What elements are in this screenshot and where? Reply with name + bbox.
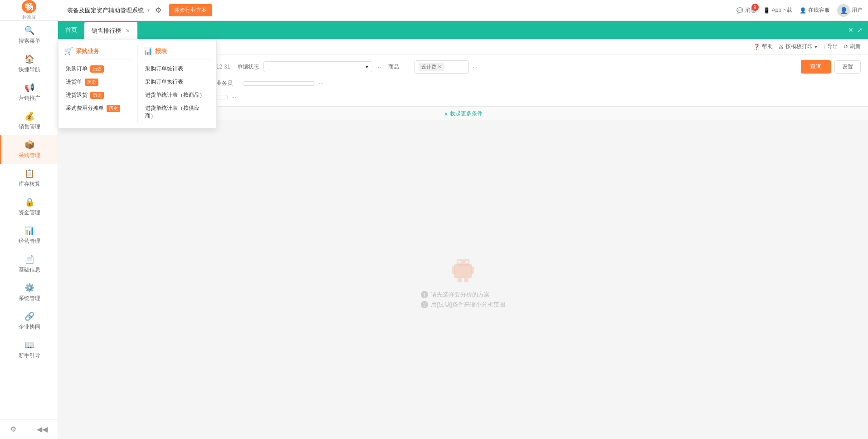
tab-home[interactable]: 首页 bbox=[58, 21, 84, 39]
dropdown-item-goods-return[interactable]: 进货退货 历史 bbox=[64, 89, 132, 102]
goods-more-icon[interactable]: ··· bbox=[473, 64, 478, 70]
tab-sales-rank-close-icon[interactable]: ✕ bbox=[126, 28, 130, 34]
sidebar-label-system: 系统管理 bbox=[19, 295, 40, 302]
goods-tag-close-icon[interactable]: ✕ bbox=[438, 64, 442, 70]
dropdown-columns: 🛒 采购业务 采购订单 历史 进货单 历史 进货退货 历史 采购费用分摊单 历史 bbox=[59, 45, 216, 123]
purchase-col-title-text: 采购业务 bbox=[76, 47, 99, 55]
system-icon: ⚙️ bbox=[24, 283, 34, 293]
top-bar: 装备及固定资产辅助管理系统 ▾ ⚙ 体验行业方案 💬 消息 9 📱 App下载 … bbox=[58, 0, 868, 21]
print-arrow-icon[interactable]: ▾ bbox=[814, 44, 817, 50]
tab-close-all-icon[interactable]: ✕ bbox=[848, 26, 853, 34]
sidebar-nav: 🔍 搜索菜单 🏠 快捷导航 📢 营销推广 💰 销售管理 📦 采购管理 📋 库存核… bbox=[0, 21, 58, 419]
print-icon: 🖨 bbox=[778, 44, 784, 50]
query-button[interactable]: 查询 bbox=[801, 60, 831, 74]
sidebar-item-finance[interactable]: 🔒 资金管理 bbox=[0, 192, 58, 221]
sidebar-label-enterprise: 企业协同 bbox=[19, 323, 40, 331]
message-icon-item[interactable]: 💬 消息 9 bbox=[736, 6, 756, 14]
sidebar-item-operation[interactable]: 📊 经营管理 bbox=[0, 221, 58, 250]
export-item[interactable]: ↑ 导出 bbox=[823, 43, 838, 50]
dropdown-item-purchase-order-exec[interactable]: 采购订单执行表 bbox=[143, 75, 211, 89]
purchase-col-icon: 🛒 bbox=[64, 47, 73, 55]
sidebar-item-search[interactable]: 🔍 搜索菜单 bbox=[0, 21, 58, 49]
purchase-order-history-badge: 历史 bbox=[90, 65, 104, 73]
svg-rect-4 bbox=[452, 266, 455, 274]
tab-maximize-icon[interactable]: ⤢ bbox=[857, 26, 863, 34]
system-title-arrow-icon[interactable]: ▾ bbox=[147, 8, 150, 13]
dropdown-item-goods-receipt[interactable]: 进货单 历史 bbox=[64, 75, 132, 89]
sidebar-bottom: ⚙ ◀◀ bbox=[0, 419, 58, 439]
dropdown-item-purchase-order[interactable]: 采购订单 历史 bbox=[64, 62, 132, 75]
dropdown-item-goods-stat-supplier[interactable]: 进货单统计表（按供应商） bbox=[143, 102, 211, 123]
sales-icon: 💰 bbox=[24, 111, 34, 121]
print-label: 按模板打印 bbox=[785, 43, 813, 50]
refresh-label: 刷新 bbox=[850, 43, 861, 50]
dropdown-item-goods-stat-goods[interactable]: 进货单统计表（按商品） bbox=[143, 89, 211, 102]
service-icon: 👤 bbox=[800, 7, 806, 14]
sidebar-item-enterprise[interactable]: 🔗 企业协同 bbox=[0, 307, 58, 335]
help-item[interactable]: ❓ 帮助 bbox=[753, 43, 773, 50]
svg-rect-7 bbox=[464, 278, 468, 282]
report-col-icon: 📊 bbox=[143, 47, 152, 55]
svg-point-3 bbox=[465, 261, 468, 263]
user-avatar: 👤 bbox=[837, 4, 850, 17]
app-download-item[interactable]: 📱 App下载 bbox=[763, 6, 792, 14]
action-buttons: 查询 设置 bbox=[801, 60, 861, 74]
logo-area: 畅 标准版 bbox=[0, 0, 58, 21]
purchase-fee-label: 采购费用分摊单 bbox=[66, 104, 104, 112]
tab-sales-rank-label: 销售排行榜 bbox=[92, 27, 121, 35]
home-icon: 🏠 bbox=[24, 54, 34, 64]
print-item[interactable]: 🖨 按模板打印 ▾ bbox=[778, 43, 817, 50]
voucher-status-select[interactable]: ▾ bbox=[263, 61, 372, 72]
purchase-order-exec-label: 采购订单执行表 bbox=[145, 78, 183, 86]
empty-illustration bbox=[445, 251, 481, 287]
basic-info-icon: 📄 bbox=[24, 254, 34, 264]
tab-home-label: 首页 bbox=[65, 26, 77, 34]
filter-voucher-item: 单据状态 ▾ ··· bbox=[237, 61, 381, 72]
goods-receipt-history-badge: 历史 bbox=[85, 79, 98, 86]
industry-btn[interactable]: 体验行业方案 bbox=[169, 4, 212, 16]
sidebar-item-newbie[interactable]: 📖 新手引导 bbox=[0, 335, 58, 364]
sidebar-item-system[interactable]: ⚙️ 系统管理 bbox=[0, 278, 58, 307]
export-icon: ↑ bbox=[823, 44, 825, 50]
online-service-item[interactable]: 👤 在线客服 bbox=[800, 6, 830, 14]
sidebar-settings-icon[interactable]: ⚙ bbox=[10, 425, 16, 434]
service-label: 在线客服 bbox=[808, 6, 830, 14]
sidebar-item-marketing[interactable]: 📢 营销推广 bbox=[0, 78, 58, 107]
sidebar-item-purchase[interactable]: 📦 采购管理 bbox=[0, 135, 58, 164]
sidebar-item-basic-info[interactable]: 📄 基础信息 bbox=[0, 250, 58, 278]
dropdown-item-purchase-fee[interactable]: 采购费用分摊单 历史 bbox=[64, 102, 132, 115]
export-label: 导出 bbox=[827, 43, 838, 50]
sidebar-label-search: 搜索菜单 bbox=[19, 37, 40, 45]
sidebar: 🔍 搜索菜单 🏠 快捷导航 📢 营销推广 💰 销售管理 📦 采购管理 📋 库存核… bbox=[0, 21, 58, 439]
goods-receipt-label: 进货单 bbox=[66, 78, 82, 86]
dropdown-item-purchase-order-stat[interactable]: 采购订单统计表 bbox=[143, 62, 211, 75]
sidebar-item-quick-nav[interactable]: 🏠 快捷导航 bbox=[0, 49, 58, 78]
set-button[interactable]: 设置 bbox=[834, 60, 861, 74]
salesman-input[interactable] bbox=[243, 81, 315, 86]
salesman-more-icon[interactable]: ··· bbox=[319, 80, 324, 87]
goods-stat-supplier-label: 进货单统计表（按供应商） bbox=[145, 104, 210, 120]
refresh-item[interactable]: ↺ 刷新 bbox=[844, 43, 861, 50]
settings-icon[interactable]: ⚙ bbox=[155, 6, 161, 15]
user-item[interactable]: 👤 用户 bbox=[837, 4, 863, 17]
empty-step2-icon: 2 bbox=[421, 301, 428, 308]
sidebar-label-sales: 销售管理 bbox=[19, 123, 40, 131]
customer-more-icon[interactable]: ··· bbox=[231, 94, 236, 100]
sidebar-label-finance: 资金管理 bbox=[19, 209, 40, 217]
goods-input[interactable]: 设计费 ✕ bbox=[414, 60, 469, 74]
sidebar-label-inventory: 库存核算 bbox=[19, 180, 40, 188]
goods-stat-goods-label: 进货单统计表（按商品） bbox=[145, 91, 205, 99]
empty-state: 1 请先选择要分析的方案 2 用[过滤]条件来缩小分析范围 bbox=[58, 120, 868, 439]
help-label: 帮助 bbox=[762, 43, 773, 50]
goods-return-history-badge: 历史 bbox=[90, 92, 104, 99]
empty-line2: 2 用[过滤]条件来缩小分析范围 bbox=[421, 301, 505, 309]
tab-sales-rank[interactable]: 销售排行榜 ✕ bbox=[84, 22, 137, 40]
svg-rect-0 bbox=[454, 264, 472, 278]
sidebar-item-inventory[interactable]: 📋 库存核算 bbox=[0, 164, 58, 192]
voucher-status-more-icon[interactable]: ··· bbox=[376, 64, 381, 70]
marketing-icon: 📢 bbox=[24, 83, 34, 93]
empty-line2-text: 用[过滤]条件来缩小分析范围 bbox=[431, 301, 505, 309]
voucher-status-arrow-icon: ▾ bbox=[366, 64, 368, 70]
sidebar-collapse-icon[interactable]: ◀◀ bbox=[37, 425, 48, 434]
sidebar-item-sales[interactable]: 💰 销售管理 bbox=[0, 107, 58, 135]
